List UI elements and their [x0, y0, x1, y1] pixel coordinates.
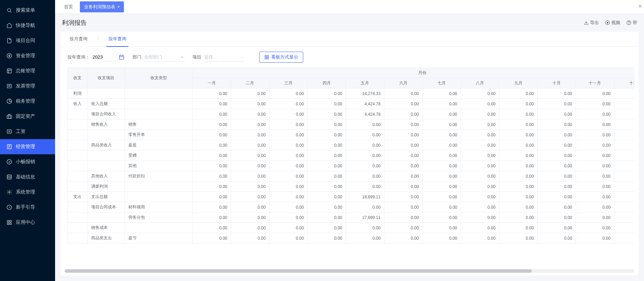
- cell-value: 0.00: [537, 202, 576, 212]
- project-select[interactable]: 选择... ···: [203, 53, 245, 62]
- tab-month-query[interactable]: 按月查询: [67, 31, 89, 46]
- sidebar-item-label: 资金管理: [16, 53, 35, 59]
- cell-category: [68, 130, 88, 140]
- cell-value: 0.00: [231, 181, 269, 192]
- cell-item: 其他收入: [87, 171, 125, 181]
- cell-value: 0.00: [307, 150, 346, 161]
- cell-category: [68, 161, 88, 171]
- cell-value: 0.00: [231, 161, 269, 171]
- tab-active[interactable]: 业务利润预估表 ×: [80, 1, 124, 12]
- sidebar-item-salary[interactable]: 工资: [0, 124, 55, 139]
- export-label: 导出: [590, 20, 599, 26]
- sidebar-item-tax[interactable]: 税务管理: [0, 94, 55, 109]
- cell-value: 0.00: [537, 109, 576, 119]
- cell-category: [68, 150, 88, 161]
- cell-value: 0.00: [192, 192, 231, 202]
- th-month-6: 六月: [384, 78, 422, 89]
- sidebar-item-contract[interactable]: 项目合同: [0, 33, 55, 48]
- cell-type: 盘亏: [125, 233, 192, 243]
- cell-type: 劳务分包: [125, 212, 192, 223]
- salary-icon: [6, 128, 12, 135]
- cell-value: 0.00: [461, 109, 499, 119]
- sidebar-item-operation[interactable]: 经营管理: [0, 139, 55, 154]
- profit-table: 收支 收支项目 收支类型 月份 一月二月三月四月五月六月七月八月九月十月十一月十…: [67, 67, 634, 243]
- cell-value: [614, 223, 634, 233]
- cell-value: 0.00: [307, 99, 346, 109]
- sidebar-item-fund[interactable]: 资金管理: [0, 48, 55, 63]
- help-button[interactable]: 帮: [626, 20, 637, 26]
- filters-row: 按年查询： 部门 全部部门 项目 选择... ···: [61, 47, 638, 67]
- cell-value: 0.00: [384, 161, 422, 171]
- cell-value: 0.00: [576, 202, 614, 212]
- sidebar-item-search[interactable]: 搜索菜单: [0, 3, 55, 18]
- sidebar-item-guide[interactable]: 新手引导: [0, 200, 55, 215]
- cell-value: 0.00: [499, 161, 537, 171]
- cell-value: 0.00: [269, 202, 307, 212]
- cell-value: [614, 140, 634, 150]
- kanban-view-button[interactable]: 看板方式显示: [259, 52, 303, 63]
- cell-value: 0.00: [576, 223, 614, 233]
- year-input[interactable]: [92, 53, 116, 61]
- tab-home[interactable]: 首页: [59, 0, 78, 14]
- cell-type: 零售开单: [125, 130, 192, 140]
- close-all-icon[interactable]: ×: [638, 3, 642, 10]
- table-container[interactable]: 收支 收支项目 收支类型 月份 一月二月三月四月五月六月七月八月九月十月十一月十…: [65, 67, 634, 265]
- cell-category: [68, 140, 88, 150]
- contract-icon: [6, 38, 12, 44]
- sidebar-item-reimburse[interactable]: 小畅报销: [0, 154, 55, 169]
- tab-active-label: 业务利润预估表: [84, 1, 115, 12]
- svg-point-31: [629, 24, 629, 24]
- video-button[interactable]: 视频: [605, 20, 620, 26]
- operation-icon: [6, 144, 12, 150]
- cell-value: 0.00: [269, 233, 307, 243]
- cell-value: 0.00: [384, 130, 422, 140]
- sidebar-item-system[interactable]: 系统管理: [0, 185, 55, 200]
- calendar-icon[interactable]: [118, 54, 125, 61]
- cell-value: 0.00: [192, 130, 231, 140]
- cell-value: 0.00: [384, 212, 422, 223]
- fund-icon: [6, 53, 12, 59]
- table-row: 调拨利润0.000.000.000.000.000.000.000.000.00…: [68, 181, 635, 192]
- cell-value: 0.00: [576, 192, 614, 202]
- cell-value: 0.00: [576, 233, 614, 243]
- cell-value: 0.00: [307, 212, 346, 223]
- h-scrollbar-track[interactable]: [65, 269, 634, 273]
- cell-value: 0.00: [192, 161, 231, 171]
- cell-value: 0.00: [231, 233, 269, 243]
- cell-item: 项目合同收入: [87, 109, 125, 119]
- th-month-10: 十月: [537, 78, 576, 89]
- cell-value: 0.00: [346, 233, 384, 243]
- sidebar-item-quicknav[interactable]: 快捷导航: [0, 18, 55, 33]
- dept-select[interactable]: 全部部门: [144, 53, 185, 62]
- sidebar-item-asset[interactable]: 固定资产: [0, 109, 55, 124]
- sidebar-item-invoice[interactable]: 发票管理: [0, 79, 55, 94]
- svg-rect-24: [10, 220, 11, 222]
- cell-value: 0.00: [422, 181, 461, 192]
- cell-value: 0.00: [192, 140, 231, 150]
- sidebar: 搜索菜单快捷导航项目合同资金管理总账管理发票管理税务管理固定资产工资经营管理小畅…: [0, 0, 55, 281]
- table-row: 项目合同成本材料领用0.000.000.000.000.000.000.000.…: [68, 202, 635, 212]
- table-row: 项目合同收入0.000.000.000.004,424.780.000.000.…: [68, 109, 635, 119]
- cell-value: 0.00: [307, 202, 346, 212]
- cell-value: 0.00: [576, 171, 614, 181]
- cell-item: 项目合同成本: [87, 202, 125, 212]
- h-scrollbar-thumb[interactable]: [65, 269, 532, 273]
- sidebar-item-label: 经营管理: [16, 144, 35, 150]
- cell-value: 0.00: [576, 150, 614, 161]
- sidebar-item-appcenter[interactable]: 应用中心: [0, 215, 55, 230]
- cell-value: 0.00: [576, 181, 614, 192]
- cell-value: 0.00: [192, 223, 231, 233]
- cell-value: 0.00: [461, 99, 499, 109]
- cell-value: [614, 99, 634, 109]
- sidebar-item-ledger[interactable]: 总账管理: [0, 63, 55, 79]
- cell-value: 0.00: [537, 150, 576, 161]
- cell-value: 0.00: [422, 212, 461, 223]
- close-icon[interactable]: ×: [117, 1, 120, 12]
- cell-item: [87, 150, 125, 161]
- cell-value: 0.00: [499, 140, 537, 150]
- sidebar-item-basic[interactable]: 基础信息: [0, 169, 55, 185]
- cell-value: [614, 119, 634, 130]
- tab-year-query[interactable]: 按年查询: [106, 31, 128, 46]
- export-button[interactable]: 导出: [584, 20, 599, 26]
- th-month-8: 八月: [461, 78, 499, 89]
